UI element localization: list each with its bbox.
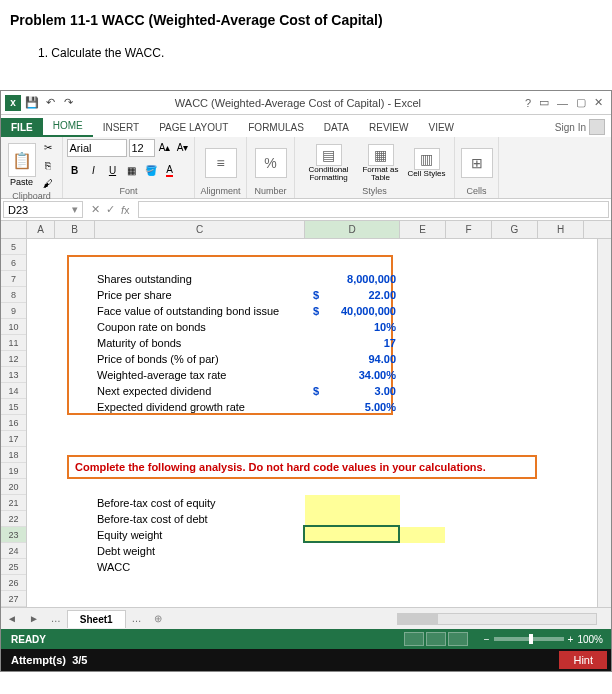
minimize-icon[interactable]: — xyxy=(557,97,568,109)
redo-icon[interactable]: ↷ xyxy=(61,96,75,110)
row-header[interactable]: 11 xyxy=(1,335,26,351)
tab-home[interactable]: HOME xyxy=(43,116,93,137)
border-icon[interactable]: ▦ xyxy=(124,162,140,178)
col-header[interactable]: E xyxy=(400,221,446,238)
font-size-select[interactable]: 12 xyxy=(129,139,155,157)
tab-more-icon[interactable]: … xyxy=(126,613,148,624)
cell-styles-icon[interactable]: ▥ xyxy=(414,148,440,170)
row-header[interactable]: 20 xyxy=(1,479,26,495)
paste-label: Paste xyxy=(10,177,33,187)
row-header[interactable]: 22 xyxy=(1,511,26,527)
fx-icon[interactable]: fx xyxy=(121,204,130,216)
alignment-icon[interactable]: ≡ xyxy=(205,148,237,178)
tab-review[interactable]: REVIEW xyxy=(359,118,418,137)
font-group-label: Font xyxy=(119,186,137,196)
increase-font-icon[interactable]: A▴ xyxy=(157,139,173,155)
bold-button[interactable]: B xyxy=(67,162,83,178)
italic-button[interactable]: I xyxy=(86,162,102,178)
number-format-icon[interactable]: % xyxy=(255,148,287,178)
row-header[interactable]: 23 xyxy=(1,527,26,543)
sign-in[interactable]: Sign In xyxy=(549,117,611,137)
row-header[interactable]: 17 xyxy=(1,431,26,447)
col-header[interactable]: A xyxy=(27,221,55,238)
name-box[interactable]: D23▾ xyxy=(3,201,83,218)
close-icon[interactable]: ✕ xyxy=(594,96,603,109)
ribbon-opts-icon[interactable]: ▭ xyxy=(539,96,549,109)
row-header[interactable]: 18 xyxy=(1,447,26,463)
row-header[interactable]: 21 xyxy=(1,495,26,511)
cells-icon[interactable]: ⊞ xyxy=(461,148,493,178)
row-header[interactable]: 5 xyxy=(1,239,26,255)
tab-nav-next-icon[interactable]: ► xyxy=(23,613,45,624)
row-header[interactable]: 15 xyxy=(1,399,26,415)
horizontal-scrollbar[interactable] xyxy=(397,613,597,625)
cells-area[interactable]: Shares outstanding8,000,000Price per sha… xyxy=(27,239,611,607)
formula-input[interactable] xyxy=(138,201,609,218)
underline-button[interactable]: U xyxy=(105,162,121,178)
ribbon-tabs: FILE HOME INSERT PAGE LAYOUT FORMULAS DA… xyxy=(1,115,611,137)
enter-formula-icon[interactable]: ✓ xyxy=(106,203,115,216)
row-header[interactable]: 19 xyxy=(1,463,26,479)
row-header[interactable]: 24 xyxy=(1,543,26,559)
view-page-layout-icon[interactable] xyxy=(426,632,446,646)
row-header[interactable]: 6 xyxy=(1,255,26,271)
col-header[interactable]: C xyxy=(95,221,305,238)
decrease-font-icon[interactable]: A▾ xyxy=(175,139,191,155)
input-value: 5.00% xyxy=(325,401,400,413)
row-header[interactable]: 7 xyxy=(1,271,26,287)
col-header[interactable]: D xyxy=(305,221,400,238)
cut-icon[interactable]: ✂ xyxy=(40,139,56,155)
row-header[interactable]: 25 xyxy=(1,559,26,575)
format-painter-icon[interactable]: 🖌 xyxy=(40,175,56,191)
attempts: Attempt(s) 3/5 xyxy=(1,654,97,666)
format-as-table-icon[interactable]: ▦ xyxy=(368,144,394,166)
tab-file[interactable]: FILE xyxy=(1,118,43,137)
row-header[interactable]: 12 xyxy=(1,351,26,367)
tab-formulas[interactable]: FORMULAS xyxy=(238,118,314,137)
zoom-out-icon[interactable]: − xyxy=(484,634,490,645)
row-header[interactable]: 14 xyxy=(1,383,26,399)
tab-nav-prev-icon[interactable]: ◄ xyxy=(1,613,23,624)
input-label: Next expected dividend xyxy=(95,385,305,397)
help-icon[interactable]: ? xyxy=(525,97,531,109)
font-color-icon[interactable]: A xyxy=(162,162,178,178)
font-name-select[interactable]: Arial xyxy=(67,139,127,157)
vertical-scrollbar[interactable] xyxy=(597,239,611,607)
row-header[interactable]: 27 xyxy=(1,591,26,607)
tab-view[interactable]: VIEW xyxy=(418,118,464,137)
zoom-level[interactable]: 100% xyxy=(577,634,603,645)
row-header[interactable]: 9 xyxy=(1,303,26,319)
cancel-formula-icon[interactable]: ✕ xyxy=(91,203,100,216)
col-header[interactable]: F xyxy=(446,221,492,238)
view-page-break-icon[interactable] xyxy=(448,632,468,646)
tab-nav-more-icon[interactable]: … xyxy=(45,613,67,624)
col-header[interactable]: G xyxy=(492,221,538,238)
tab-page-layout[interactable]: PAGE LAYOUT xyxy=(149,118,238,137)
formula-bar: D23▾ ✕ ✓ fx xyxy=(1,199,611,221)
save-icon[interactable]: 💾 xyxy=(25,96,39,110)
view-normal-icon[interactable] xyxy=(404,632,424,646)
hint-button[interactable]: Hint xyxy=(559,651,607,669)
tab-data[interactable]: DATA xyxy=(314,118,359,137)
sheet-tab[interactable]: Sheet1 xyxy=(67,610,126,628)
row-header[interactable]: 26 xyxy=(1,575,26,591)
undo-icon[interactable]: ↶ xyxy=(43,96,57,110)
col-header[interactable]: H xyxy=(538,221,584,238)
tab-insert[interactable]: INSERT xyxy=(93,118,150,137)
row-header[interactable]: 10 xyxy=(1,319,26,335)
conditional-formatting-icon[interactable]: ▤ xyxy=(316,144,342,166)
row-header[interactable]: 13 xyxy=(1,367,26,383)
add-sheet-icon[interactable]: ⊕ xyxy=(148,613,168,624)
zoom-in-icon[interactable]: + xyxy=(568,634,574,645)
active-cell[interactable] xyxy=(303,525,400,543)
fill-color-icon[interactable]: 🪣 xyxy=(143,162,159,178)
paste-button[interactable]: 📋 xyxy=(8,143,36,177)
col-header[interactable]: B xyxy=(55,221,95,238)
zoom-slider[interactable] xyxy=(494,637,564,641)
input-currency: $ xyxy=(305,385,325,397)
avatar-icon xyxy=(589,119,605,135)
copy-icon[interactable]: ⎘ xyxy=(40,157,56,173)
maximize-icon[interactable]: ▢ xyxy=(576,96,586,109)
row-header[interactable]: 16 xyxy=(1,415,26,431)
row-header[interactable]: 8 xyxy=(1,287,26,303)
